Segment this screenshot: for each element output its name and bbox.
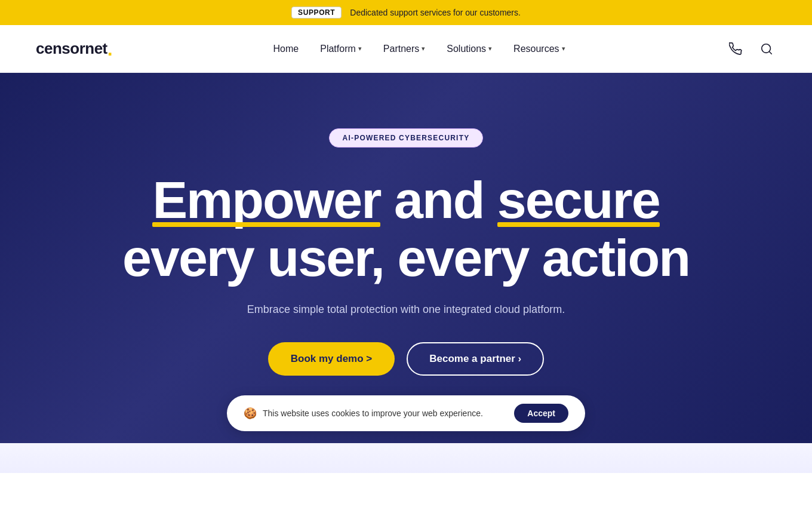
support-badge[interactable]: SUPPORT [291,7,342,19]
cookie-banner: 🍪 This website uses cookies to improve y… [227,395,585,431]
nav-icons [726,39,776,59]
nav-link-platform[interactable]: Platform ▾ [320,44,362,54]
phone-button[interactable] [726,39,745,59]
nav-links: Home Platform ▾ Partners ▾ Solutions ▾ R… [273,44,565,54]
nav-item-home[interactable]: Home [273,44,299,54]
banner-text: Dedicated support services for our custo… [350,8,521,17]
cookie-emoji: 🍪 [244,407,257,420]
become-partner-button[interactable]: Become a partner › [407,342,544,376]
hero-section: AI-POWERED CYBERSECURITY Empower and sec… [0,73,812,443]
svg-line-1 [769,51,771,54]
nav-link-solutions[interactable]: Solutions ▾ [447,44,492,54]
nav-item-platform[interactable]: Platform ▾ [320,44,362,54]
cookie-message: This website uses cookies to improve you… [263,408,483,418]
hero-title: Empower and secure every user, every act… [122,171,690,287]
cookie-accept-button[interactable]: Accept [514,404,568,423]
top-banner: SUPPORT Dedicated support services for o… [0,0,812,25]
navbar: censornet. Home Platform ▾ Partners ▾ So… [0,25,812,73]
nav-link-resources[interactable]: Resources ▾ [513,44,565,54]
hero-badge: AI-POWERED CYBERSECURITY [329,128,484,148]
hero-buttons: Book my demo > Become a partner › [268,342,545,376]
phone-icon [729,42,742,56]
cookie-text-group: 🍪 This website uses cookies to improve y… [244,407,483,420]
nav-link-home[interactable]: Home [273,44,299,54]
chevron-down-icon: ▾ [488,45,492,53]
nav-link-partners[interactable]: Partners ▾ [383,44,425,54]
search-button[interactable] [757,39,776,59]
chevron-down-icon: ▾ [562,45,565,53]
chevron-down-icon: ▾ [358,45,362,53]
book-demo-button[interactable]: Book my demo > [268,342,395,376]
logo[interactable]: censornet. [36,39,112,59]
search-icon [760,42,773,56]
logo-text: censornet [36,39,107,58]
hero-title-line2: every user, every action [122,229,690,287]
highlight-secure: secure [497,171,660,229]
logo-dot: . [107,39,112,59]
nav-item-partners[interactable]: Partners ▾ [383,44,425,54]
chevron-down-icon: ▾ [422,45,425,53]
nav-item-resources[interactable]: Resources ▾ [513,44,565,54]
bottom-section [0,443,812,473]
nav-item-solutions[interactable]: Solutions ▾ [447,44,492,54]
hero-title-line1: Empower and secure [122,171,690,229]
highlight-empower: Empower [152,171,380,229]
hero-subtitle: Embrace simple total protection with one… [247,303,565,316]
